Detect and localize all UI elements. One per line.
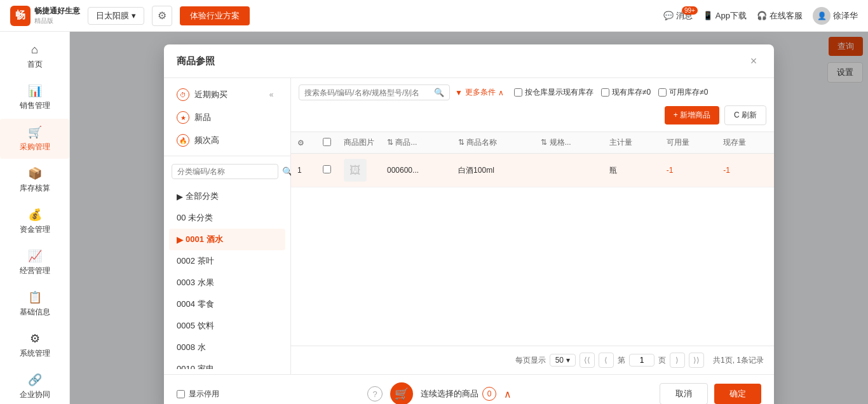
th-name[interactable]: ⇅ 商品名称 xyxy=(452,132,534,154)
quick-item-recent[interactable]: ⏱ 近期购买 « xyxy=(169,83,285,106)
cat-label-all: 全部分类 xyxy=(186,191,219,202)
checkbox-warehouse-input[interactable] xyxy=(514,88,522,97)
user-menu[interactable]: 👤 徐泽华 xyxy=(813,7,858,25)
sidebar-item-sales[interactable]: 📊 销售管理 xyxy=(0,77,69,118)
page-prefix-label: 第 xyxy=(618,355,625,366)
cancel-button[interactable]: 取消 xyxy=(660,383,708,404)
search-icon[interactable]: 🔍 xyxy=(434,88,444,97)
sidebar-item-enterprise[interactable]: 🔗 企业协同 xyxy=(0,367,69,404)
online-service-button[interactable]: 🎧 在线客服 xyxy=(757,10,803,22)
page-number-input[interactable] xyxy=(629,354,654,367)
table-row[interactable]: 1 🖼 000600... 白酒100ml 瓶 xyxy=(291,154,774,187)
sidebar-item-home[interactable]: ⌂ 首页 xyxy=(0,37,69,76)
th-unit[interactable]: 主计量 xyxy=(603,132,660,154)
checkbox-available[interactable]: 现有库存≠0 xyxy=(601,87,651,98)
footer-left: 显示停用 xyxy=(177,389,219,400)
quick-item-new[interactable]: ★ 新品 xyxy=(169,106,285,129)
footer-center: ? 🛒 连续选择的商品 0 ∧ xyxy=(227,382,652,404)
sidebar-item-system[interactable]: ⚙ 系统管理 xyxy=(0,325,69,365)
show-disabled-input[interactable] xyxy=(177,390,185,398)
cat-item-snack[interactable]: 0004 零食 xyxy=(169,293,285,315)
cell-available: -1 xyxy=(660,154,717,187)
th-code[interactable]: ⇅ 商品... xyxy=(381,132,452,154)
main-layout: ⌂ 首页 📊 销售管理 🛒 采购管理 📦 库存核算 💰 资金管理 📈 经营管理 … xyxy=(0,32,868,404)
sidebar-label-home: 首页 xyxy=(27,59,43,70)
sales-icon: 📊 xyxy=(28,84,42,98)
per-page-chevron: ▾ xyxy=(566,356,570,365)
checkbox-warehouse[interactable]: 按仓库显示现有库存 xyxy=(514,87,593,98)
first-page-button[interactable]: ⟨⟨ xyxy=(580,353,595,368)
cat-label-tea: 0002 茶叶 xyxy=(177,255,214,267)
sidebar-label-inventory: 库存核算 xyxy=(20,183,50,194)
cart-icon[interactable]: 🛒 xyxy=(390,382,413,404)
sort-icon-code: ⇅ xyxy=(387,138,393,147)
confirm-button[interactable]: 确定 xyxy=(714,384,761,404)
cell-checkbox[interactable] xyxy=(316,154,337,187)
cat-item-liquor[interactable]: ▶ 0001 酒水 xyxy=(169,229,285,250)
cat-item-tea[interactable]: 0002 茶叶 xyxy=(169,250,285,272)
logo-text: 畅捷通好生意 精品版 xyxy=(34,6,80,25)
cat-label-electronics: 0010 家电 xyxy=(177,363,214,369)
close-button[interactable]: × xyxy=(746,53,761,69)
settings-icon[interactable]: ⚙ xyxy=(152,6,172,26)
checkbox-warehouse-label: 按仓库显示现有库存 xyxy=(525,87,593,98)
cell-seq: 1 xyxy=(291,154,316,187)
th-available[interactable]: 可用量 xyxy=(660,132,717,154)
nav-right: 💬 消息 99+ 📱 App下载 🎧 在线客服 👤 徐泽华 xyxy=(663,7,858,25)
checkbox-usable-input[interactable] xyxy=(658,88,667,97)
th-spec[interactable]: ⇅ 规格... xyxy=(534,132,603,154)
app-download-button[interactable]: 📱 App下载 xyxy=(703,10,747,22)
product-reference-modal: 商品参照 × ⏱ 近期购买 « ★ xyxy=(164,44,774,404)
cat-item-water[interactable]: 0008 水 xyxy=(169,337,285,358)
messages-button[interactable]: 💬 消息 99+ xyxy=(663,10,693,22)
last-page-button[interactable]: ⟩⟩ xyxy=(689,353,704,368)
sidebar-item-purchase[interactable]: 🛒 采购管理 xyxy=(0,119,69,159)
inventory-icon: 📦 xyxy=(28,166,42,180)
checkbox-available-input[interactable] xyxy=(601,88,609,97)
sort-icon-spec: ⇅ xyxy=(541,138,547,147)
quick-item-recent-label: 近期购买 xyxy=(194,89,227,100)
page-unit-label: 页 xyxy=(658,355,666,366)
checkbox-usable[interactable]: 可用库存≠0 xyxy=(658,87,708,98)
sidebar-label-business: 经营管理 xyxy=(20,266,50,276)
add-product-button[interactable]: + 新增商品 xyxy=(665,106,719,125)
th-image-label: 商品图片 xyxy=(344,138,374,147)
cat-item-electronics[interactable]: 0010 家电 xyxy=(169,358,285,369)
sort-icon-name: ⇅ xyxy=(458,138,465,147)
cat-item-uncat[interactable]: 00 未分类 xyxy=(169,207,285,229)
next-page-button[interactable]: ⟩ xyxy=(670,353,685,368)
cell-code: 000600... xyxy=(381,154,452,187)
collapse-left-icon[interactable]: « xyxy=(265,88,278,101)
cell-image: 🖼 xyxy=(337,154,381,187)
cell-spec xyxy=(534,154,603,187)
nav-dropdown[interactable]: 日太阳膜 ▾ xyxy=(88,7,144,25)
sidebar-item-finance[interactable]: 💰 资金管理 xyxy=(0,201,69,241)
help-icon[interactable]: ? xyxy=(367,386,383,401)
product-search-input[interactable] xyxy=(304,88,431,97)
trial-button[interactable]: 体验行业方案 xyxy=(180,6,250,25)
continuous-count: 0 xyxy=(482,387,496,401)
per-page-select[interactable]: 50 ▾ xyxy=(550,354,576,367)
sidebar-item-basic-info[interactable]: 📋 基础信息 xyxy=(0,284,69,324)
sidebar-item-business[interactable]: 📈 经营管理 xyxy=(0,243,69,283)
sidebar-item-inventory[interactable]: 📦 库存核算 xyxy=(0,160,69,200)
product-image: 🖼 xyxy=(344,159,367,182)
refresh-button[interactable]: C 刷新 xyxy=(724,105,766,125)
quick-item-frequent[interactable]: 🔥 频次高 xyxy=(169,129,285,152)
download-icon: 📱 xyxy=(703,11,713,20)
table-header-row: ⚙ 商品图片 ⇅ 商品... xyxy=(291,132,774,154)
filter-button[interactable]: ▼ 更多条件 ∧ xyxy=(455,87,504,98)
collapse-footer-icon[interactable]: ∧ xyxy=(504,388,512,400)
per-page-value: 50 xyxy=(555,356,564,365)
show-disabled-checkbox[interactable]: 显示停用 xyxy=(177,389,219,400)
select-all-checkbox[interactable] xyxy=(323,138,331,146)
cat-item-all[interactable]: ▶ 全部分类 xyxy=(169,185,285,207)
row-checkbox[interactable] xyxy=(323,165,331,173)
prev-page-button[interactable]: ⟨ xyxy=(599,353,614,368)
cat-item-beverage[interactable]: 0005 饮料 xyxy=(169,315,285,337)
category-search-input[interactable] xyxy=(172,164,278,179)
cat-item-fruit[interactable]: 0003 水果 xyxy=(169,272,285,293)
th-settings[interactable]: ⚙ xyxy=(291,132,316,154)
continuous-label: 连续选择的商品 xyxy=(421,388,478,400)
per-page-label: 每页显示 xyxy=(515,355,546,366)
